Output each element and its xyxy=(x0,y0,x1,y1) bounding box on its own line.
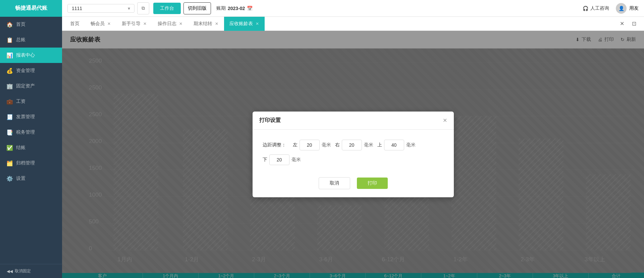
sidebar-item-ledger[interactable]: 📋 总账 xyxy=(0,32,62,48)
bottom-margin-input[interactable] xyxy=(269,154,289,165)
tab-aging-label: 应收账龄表 xyxy=(229,21,253,27)
tab-guide-close[interactable]: ✕ xyxy=(143,21,147,26)
bottom-label: 下 xyxy=(263,157,267,163)
home-icon: 🏠 xyxy=(7,21,13,27)
sidebar-label-ledger: 总账 xyxy=(16,37,25,43)
tab-bar: 首页 畅会员 ✕ 新手引导 ✕ 操作日志 ✕ 期末结转 ✕ 应收账龄表 ✕ xyxy=(62,17,644,31)
workbench-button[interactable]: 工作台 xyxy=(153,3,181,14)
tab-period-end-close[interactable]: ✕ xyxy=(215,21,218,26)
sidebar-item-settings[interactable]: ⚙️ 设置 xyxy=(0,171,62,186)
sidebar-label-settlement: 结账 xyxy=(16,145,25,151)
left-margin-input[interactable] xyxy=(300,140,320,150)
sidebar: 🏠 首页 📋 总账 📊 报表中心 💰 资金管理 🏢 固定资产 💼 工资 🧾 发票… xyxy=(0,17,62,278)
reports-icon: 📊 xyxy=(7,52,13,58)
right-unit: 毫米 xyxy=(364,142,373,148)
consultant-label: 人工咨询 xyxy=(590,5,609,11)
modal-title: 打印设置 xyxy=(259,117,281,124)
period-value: 2023-02 xyxy=(228,6,245,11)
page-content: 应收账龄表 ⬇ 下载 🖨 打印 ↻ 刷新 xyxy=(62,31,644,278)
tab-home[interactable]: 首页 xyxy=(65,17,85,31)
top-label: 上 xyxy=(377,142,382,148)
modal-close-button[interactable]: ✕ xyxy=(443,117,447,124)
sidebar-label-reports: 报表中心 xyxy=(16,52,35,58)
tab-oplog-close[interactable]: ✕ xyxy=(179,21,182,26)
chevron-down-icon: ▾ xyxy=(128,6,130,11)
sidebar-label-home: 首页 xyxy=(16,21,25,27)
sidebar-label-archive: 归档管理 xyxy=(16,160,35,166)
margin-left-item: 左 毫米 xyxy=(293,140,331,150)
tab-oplog[interactable]: 操作日志 ✕ xyxy=(152,17,188,31)
company-selector[interactable]: 1111 ▾ xyxy=(67,4,135,13)
left-label: 左 xyxy=(293,142,298,148)
sidebar-collapse-label: 取消固定 xyxy=(15,268,31,274)
tab-aging-close[interactable]: ✕ xyxy=(256,21,259,26)
payroll-icon: 💼 xyxy=(7,98,13,105)
sidebar-label-payroll: 工资 xyxy=(16,98,25,105)
company-name: 1111 xyxy=(72,6,125,11)
consultant-button[interactable]: 🎧 人工咨询 xyxy=(583,5,609,11)
margin-label: 边距调整： xyxy=(263,142,286,148)
tab-guide[interactable]: 新手引导 ✕ xyxy=(116,17,152,31)
switch-old-button[interactable]: 切到旧版 xyxy=(183,2,211,14)
right-label: 右 xyxy=(335,142,340,148)
sidebar-label-funds: 资金管理 xyxy=(16,68,35,74)
print-confirm-button[interactable]: 打印 xyxy=(357,178,388,189)
sidebar-item-tax[interactable]: 📑 税务管理 xyxy=(0,125,62,140)
modal-body: 边距调整： 左 毫米 右 毫米 xyxy=(253,130,454,172)
tab-member-label: 畅会员 xyxy=(91,21,105,27)
funds-icon: 💰 xyxy=(7,68,13,74)
tab-oplog-label: 操作日志 xyxy=(158,21,176,27)
invoice-icon: 🧾 xyxy=(7,114,13,120)
print-settings-modal: 打印设置 ✕ 边距调整： 左 毫米 右 xyxy=(253,112,454,197)
tax-icon: 📑 xyxy=(7,129,13,135)
tab-period-end-label: 期末结转 xyxy=(194,21,212,27)
sidebar-item-invoice[interactable]: 🧾 发票管理 xyxy=(0,109,62,125)
cancel-button[interactable]: 取消 xyxy=(319,177,350,189)
tab-member-close[interactable]: ✕ xyxy=(107,21,111,26)
right-margin-input[interactable] xyxy=(342,140,362,150)
tab-period-end[interactable]: 期末结转 ✕ xyxy=(188,17,224,31)
sidebar-item-archive[interactable]: 🗂️ 归档管理 xyxy=(0,155,62,171)
tab-maximize-button[interactable]: ⊡ xyxy=(629,19,639,28)
avatar: 👤 xyxy=(616,3,627,14)
header-right: 🎧 人工咨询 👤 用友 xyxy=(583,3,639,14)
copy-icon: ⧉ xyxy=(142,5,145,11)
modal-header: 打印设置 ✕ xyxy=(253,112,454,130)
sidebar-label-tax: 税务管理 xyxy=(16,129,35,135)
pin-icon: ◀◀ xyxy=(7,269,13,274)
sidebar-item-reports[interactable]: 📊 报表中心 xyxy=(0,48,62,63)
assets-icon: 🏢 xyxy=(7,83,13,89)
margin-top-item: 上 毫米 xyxy=(377,140,416,150)
sidebar-item-assets[interactable]: 🏢 固定资产 xyxy=(0,78,62,94)
app-logo: 畅捷通易代账 xyxy=(15,5,47,12)
user-name: 用友 xyxy=(629,5,639,11)
settings-icon: ⚙️ xyxy=(7,176,13,182)
sidebar-item-payroll[interactable]: 💼 工资 xyxy=(0,94,62,109)
sidebar-scroll: 🏠 首页 📋 总账 📊 报表中心 💰 资金管理 🏢 固定资产 💼 工资 🧾 发票… xyxy=(0,17,62,264)
user-area[interactable]: 👤 用友 xyxy=(616,3,639,14)
period-label: 账期 xyxy=(216,5,226,11)
margin-right-item: 右 毫米 xyxy=(335,140,373,150)
calendar-icon[interactable]: 📅 xyxy=(247,6,253,11)
top-header: 畅捷通易代账 1111 ▾ ⧉ 工作台 切到旧版 账期 2023-02 📅 🎧 … xyxy=(0,0,644,17)
content-area: 首页 畅会员 ✕ 新手引导 ✕ 操作日志 ✕ 期末结转 ✕ 应收账龄表 ✕ xyxy=(62,17,644,278)
bottom-unit: 毫米 xyxy=(291,157,301,163)
margin-bottom-item: 下 毫米 xyxy=(263,154,301,165)
tab-member[interactable]: 畅会员 ✕ xyxy=(85,17,116,31)
period-area: 账期 2023-02 📅 xyxy=(216,5,253,11)
tab-guide-label: 新手引导 xyxy=(122,21,141,27)
sidebar-collapse-button[interactable]: ◀◀ 取消固定 xyxy=(0,264,62,278)
tab-close-window-button[interactable]: ✕ xyxy=(617,19,627,28)
copy-button[interactable]: ⧉ xyxy=(137,2,149,14)
tab-aging[interactable]: 应收账龄表 ✕ xyxy=(224,17,265,31)
sidebar-item-settlement[interactable]: ✅ 结账 xyxy=(0,140,62,155)
settlement-icon: ✅ xyxy=(7,145,13,151)
main-layout: 🏠 首页 📋 总账 📊 报表中心 💰 资金管理 🏢 固定资产 💼 工资 🧾 发票… xyxy=(0,17,644,278)
avatar-icon: 👤 xyxy=(619,6,624,11)
top-margin-input[interactable] xyxy=(384,140,404,150)
left-unit: 毫米 xyxy=(322,142,331,148)
sidebar-item-home[interactable]: 🏠 首页 xyxy=(0,17,62,32)
tab-actions: ✕ ⊡ xyxy=(617,19,641,28)
sidebar-item-funds[interactable]: 💰 资金管理 xyxy=(0,63,62,78)
headphone-icon: 🎧 xyxy=(583,6,588,11)
